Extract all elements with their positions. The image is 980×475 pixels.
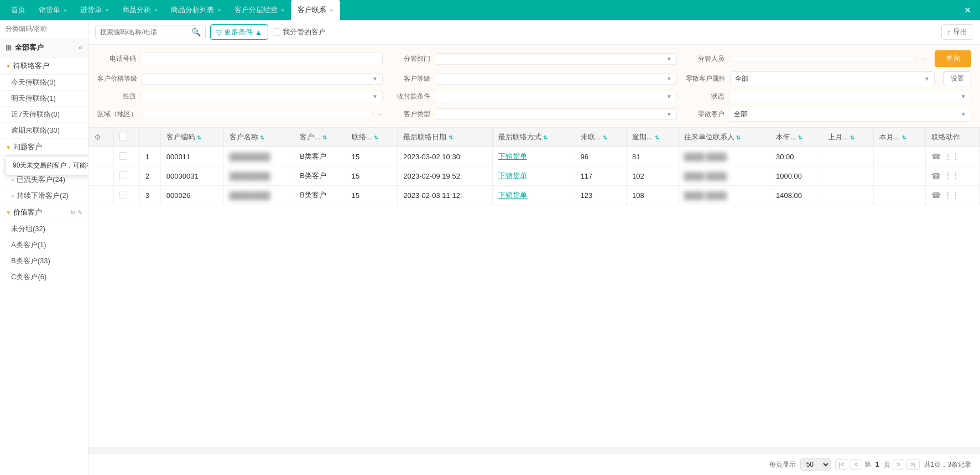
filter-manager-dots[interactable]: ··· xyxy=(920,55,926,62)
header-checkbox[interactable] xyxy=(119,133,127,140)
tab-product-analysis[interactable]: 商品分析 × xyxy=(116,0,164,20)
tab-product-analysis-list[interactable]: 商品分析列表 × xyxy=(164,0,227,20)
sidebar-item-a-class[interactable]: A类客户(1) xyxy=(0,237,88,253)
col-name[interactable]: 客户名称 ⇅ xyxy=(223,128,294,147)
filter-cust-level-select[interactable]: ▼ xyxy=(435,73,677,85)
query-button[interactable]: 查询 xyxy=(935,50,971,67)
filter-price-level-select[interactable]: ▼ xyxy=(142,73,383,85)
action-more-icon-1[interactable]: ⋮⋮ xyxy=(944,171,960,180)
horizontal-scrollbar[interactable] xyxy=(88,447,980,453)
filter-dept-select[interactable]: ▼ xyxy=(435,53,677,65)
col-this-year[interactable]: 本年... ⇅ xyxy=(770,128,822,147)
sidebar-group-value[interactable]: ▼ 价值客户 ↻ ✎ xyxy=(0,204,88,221)
filter-payment-select[interactable]: ▼ xyxy=(435,91,677,102)
tab-customer-contact-close[interactable]: × xyxy=(330,7,333,13)
cell-checkbox-1[interactable] xyxy=(113,166,139,186)
sort-icon-year: ⇅ xyxy=(798,134,802,140)
row-checkbox-0[interactable] xyxy=(119,152,127,160)
filter-dept: 分管部门 ▼ xyxy=(392,50,677,67)
search-submit-icon[interactable]: 🔍 xyxy=(191,28,201,36)
col-last-method[interactable]: 最后联络方式 ⇅ xyxy=(492,128,575,147)
tab-home[interactable]: 首页 xyxy=(4,0,32,20)
table-row: 3 000026 ████████ B类客户 15 2023-02-03 11:… xyxy=(88,186,980,205)
settings-button[interactable]: 设置 xyxy=(943,71,971,86)
col-code[interactable]: 客户编码 ⇅ xyxy=(160,128,223,147)
settings-gear-icon[interactable]: ⚙ xyxy=(94,133,101,142)
tab-sales[interactable]: 销货单 × xyxy=(32,0,74,20)
filter-manager-select[interactable] xyxy=(729,56,916,61)
tab-product-list-close[interactable]: × xyxy=(217,7,221,13)
cell-last-method-2[interactable]: 下销货单 xyxy=(492,186,575,205)
sidebar-item-today[interactable]: 今天待联络(0) xyxy=(0,75,88,91)
cell-overdue-2: 108 xyxy=(627,186,679,205)
filter-nature-select[interactable]: ▼ xyxy=(140,91,383,102)
cell-checkbox-0[interactable] xyxy=(113,147,139,166)
edit-icon[interactable]: ✎ xyxy=(77,209,82,216)
action-more-icon-2[interactable]: ⋮⋮ xyxy=(944,191,960,200)
next-page-btn[interactable]: > xyxy=(893,459,904,470)
last-method-link-1[interactable]: 下销货单 xyxy=(498,171,527,180)
action-more-icon-0[interactable]: ⋮⋮ xyxy=(944,152,960,161)
window-close-btn[interactable]: ✕ xyxy=(960,3,976,18)
action-contact-icon-0[interactable]: ☎ xyxy=(931,152,941,161)
sidebar-item-7days[interactable]: 近7天待联络(0) xyxy=(0,107,88,123)
tab-customer-tier-close[interactable]: × xyxy=(281,7,284,13)
sidebar-all-customers[interactable]: ⊞ 全部客户 « xyxy=(0,38,88,58)
col-last-month[interactable]: 上月... ⇅ xyxy=(822,128,874,147)
sidebar-item-b-class[interactable]: B类客户(33) xyxy=(0,253,88,269)
filter-phone-input[interactable] xyxy=(140,52,383,65)
last-page-btn[interactable]: >| xyxy=(906,459,920,470)
last-method-link-0[interactable]: 下销货单 xyxy=(498,152,527,160)
col-overdue[interactable]: 逾期... ⇅ xyxy=(627,128,679,147)
first-page-btn[interactable]: |< xyxy=(835,459,848,470)
cell-last-method-0[interactable]: 下销货单 xyxy=(492,147,575,166)
export-button[interactable]: ↑ 导出 xyxy=(941,24,974,40)
tab-customer-tier[interactable]: 客户分层经营 × xyxy=(228,0,291,20)
action-contact-icon-1[interactable]: ☎ xyxy=(931,171,941,180)
sidebar-item-declining[interactable]: ● 持续下滑客户(2) xyxy=(0,188,88,204)
col-checkbox[interactable] xyxy=(113,128,139,147)
col-contact[interactable]: 联络... ⇅ xyxy=(346,128,398,147)
col-type[interactable]: 客户... ⇅ xyxy=(294,128,346,147)
more-conditions-button[interactable]: ▽ 更多条件 ▲ xyxy=(210,24,268,40)
row-checkbox-1[interactable] xyxy=(119,171,127,179)
col-settings[interactable]: ⚙ xyxy=(88,128,113,147)
filter-status-select[interactable]: ▼ xyxy=(729,91,971,102)
sidebar-group-pending[interactable]: ▼ 待联络客户 xyxy=(0,58,88,75)
sidebar-group-problem[interactable]: ▼ 问题客户 xyxy=(0,139,88,156)
sidebar-item-c-class[interactable]: C类客户(6) xyxy=(0,269,88,285)
sidebar-item-tomorrow[interactable]: 明天待联络(1) xyxy=(0,91,88,107)
my-customers-checkbox-row[interactable]: 我分管的客户 xyxy=(273,27,326,37)
refresh-icon[interactable]: ↻ xyxy=(70,209,75,216)
cell-this-month-0 xyxy=(874,147,926,166)
per-page-select[interactable]: 50 100 200 xyxy=(800,458,831,471)
col-last-date[interactable]: 最后联络日期 ⇅ xyxy=(398,128,492,147)
tab-customer-contact[interactable]: 客户联系 × xyxy=(291,0,340,20)
row-checkbox-2[interactable] xyxy=(119,191,127,199)
filter-sparse-cust-select[interactable]: 全部 ▼ xyxy=(729,107,971,122)
tab-purchase[interactable]: 进货单 × xyxy=(74,0,115,20)
filter-cust-type-select[interactable]: ▼ xyxy=(435,108,677,120)
filter-region-select[interactable] xyxy=(142,112,373,117)
col-unit-contact[interactable]: 往来单位联系人 ⇅ xyxy=(678,128,770,147)
last-method-link-2[interactable]: 下销货单 xyxy=(498,191,527,199)
prev-page-btn[interactable]: < xyxy=(851,459,862,470)
action-contact-icon-2[interactable]: ☎ xyxy=(931,191,941,200)
sidebar-item-ungrouped[interactable]: 未分组(32) xyxy=(0,221,88,237)
col-not-contacted[interactable]: 未联... ⇅ xyxy=(575,128,627,147)
sidebar: 🔍 ⊞ 全部客户 « ▼ 待联络客户 今天待联络(0) 明天待联络(1) 近7天… xyxy=(0,20,88,475)
my-customers-checkbox[interactable] xyxy=(273,28,280,36)
filter-sparse-attr-select[interactable]: 全部 ▼ xyxy=(730,71,935,86)
col-this-month[interactable]: 本月... ⇅ xyxy=(874,128,926,147)
filter-region-dots[interactable]: ··· xyxy=(377,111,383,118)
sidebar-item-overdue[interactable]: 逾期未联络(30) xyxy=(0,123,88,139)
tab-purchase-close[interactable]: × xyxy=(105,7,108,13)
cell-last-method-1[interactable]: 下销货单 xyxy=(492,166,575,186)
tab-product-analysis-close[interactable]: × xyxy=(154,7,158,13)
sidebar-search-input[interactable] xyxy=(6,25,88,33)
filter-payment: 收付款条件 ▼ xyxy=(392,91,677,102)
tab-sales-close[interactable]: × xyxy=(64,7,67,13)
sidebar-collapse-btn[interactable]: « xyxy=(79,44,82,51)
search-input[interactable] xyxy=(100,28,191,36)
cell-checkbox-2[interactable] xyxy=(113,186,139,205)
